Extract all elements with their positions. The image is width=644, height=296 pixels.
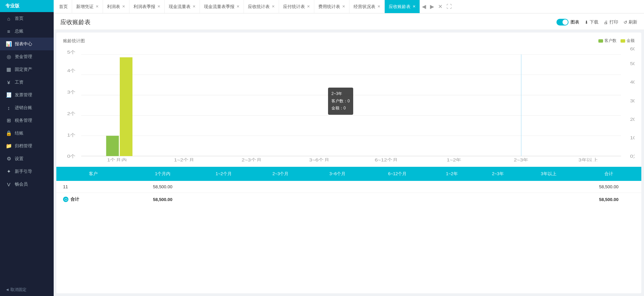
sidebar-label-archive: 归档管理 <box>15 143 32 149</box>
sidebar-pin-toggle[interactable]: ◄ 取消固定 <box>0 284 54 296</box>
tab-cashflow[interactable]: 现金流量表 ✕ <box>165 0 200 13</box>
tab-payable-stat[interactable]: 应付统计表 ✕ <box>279 0 314 13</box>
sidebar-item-guide[interactable]: ✦ 新手引导 <box>0 165 54 178</box>
col-m2: 1~2个月 <box>195 167 252 181</box>
row-y3 <box>475 181 521 193</box>
row-m2 <box>195 181 252 193</box>
svg-text:1个月内: 1个月内 <box>107 158 127 161</box>
svg-text:5个: 5个 <box>67 50 76 55</box>
sidebar-item-archive[interactable]: 📁 归档管理 <box>0 140 54 152</box>
tab-profit-quarterly-close[interactable]: ✕ <box>157 4 160 9</box>
footer-m12 <box>366 193 429 206</box>
sidebar-label-invoice: 发票管理 <box>15 92 32 98</box>
tab-voucher-label: 新增凭证 <box>76 4 94 10</box>
tab-home[interactable]: 首页 <box>55 0 72 13</box>
tab-business-stat-label: 经营状况表 <box>354 4 375 10</box>
tab-business-stat-close[interactable]: ✕ <box>377 4 380 9</box>
tab-close-all-button[interactable]: ✕ <box>436 0 444 13</box>
download-button[interactable]: ⬇ 下载 <box>585 19 598 25</box>
tab-expense-stat-close[interactable]: ✕ <box>342 4 345 9</box>
sidebar-item-member[interactable]: V 畅会员 <box>0 178 54 191</box>
header-actions: 图表 ⬇ 下载 🖨 打印 ↺ 刷新 <box>556 19 637 26</box>
tab-receivable-stat[interactable]: 应收统计表 ✕ <box>244 0 279 13</box>
svg-text:1~2个月: 1~2个月 <box>174 158 195 161</box>
bar-amount-0 <box>120 57 132 156</box>
sidebar-item-invoice[interactable]: 🧾 发票管理 <box>0 89 54 101</box>
sidebar-item-report[interactable]: 📊 报表中心 <box>0 38 54 50</box>
sidebar-item-close[interactable]: 🔒 结账 <box>0 127 54 140</box>
tab-expense-stat[interactable]: 费用统计表 ✕ <box>314 0 350 13</box>
sidebar-item-settings[interactable]: ⚙ 设置 <box>0 152 54 165</box>
tab-cashflow-label: 现金流量表 <box>169 4 191 10</box>
sidebar-item-home[interactable]: ⌂ 首页 <box>0 12 54 25</box>
data-table: 客户 1个月内 1~2个月 2~3个月 3~6个月 6~12个月 1~2年 2~… <box>56 167 641 206</box>
tab-expand-button[interactable]: ⛶ <box>444 0 454 13</box>
sidebar-label-guide: 新手引导 <box>15 168 32 175</box>
tab-bar: 首页 新增凭证 ✕ 利润表 ✕ 利润表季报 ✕ 现金流量表 ✕ 现金流量表季报 … <box>54 0 644 13</box>
tab-cashflow-close[interactable]: ✕ <box>193 4 196 9</box>
svg-text:6~12个月: 6~12个月 <box>375 158 398 161</box>
row-y2 <box>429 181 475 193</box>
sidebar-logo: 专业版 <box>0 0 54 12</box>
tab-cashflow-quarterly[interactable]: 现金流量表季报 ✕ <box>200 0 244 13</box>
legend-amount-dot <box>621 39 625 43</box>
footer-label-text: 合计 <box>70 196 79 202</box>
row-m3 <box>252 181 309 193</box>
tab-receivable-stat-close[interactable]: ✕ <box>272 4 275 9</box>
footer-total: 58,500.00 <box>576 193 641 206</box>
tab-profit-close[interactable]: ✕ <box>122 4 125 9</box>
invoice-icon: 🧾 <box>5 92 12 98</box>
ledger-icon: ≡ <box>5 29 12 34</box>
tab-profit[interactable]: 利润表 ✕ <box>103 0 129 13</box>
tab-cashflow-quarterly-close[interactable]: ✕ <box>236 4 239 9</box>
tab-payable-stat-close[interactable]: ✕ <box>307 4 310 9</box>
table-header-row: 客户 1个月内 1~2个月 2~3个月 3~6个月 6~12个月 1~2年 2~… <box>56 167 641 181</box>
tab-prev-button[interactable]: ◀ <box>420 0 428 13</box>
toggle-track[interactable] <box>556 19 569 26</box>
sidebar-item-ledger[interactable]: ≡ 总账 <box>0 25 54 38</box>
sidebar-item-fund[interactable]: ◎ 资金管理 <box>0 50 54 63</box>
col-total: 合计 <box>576 167 641 181</box>
tab-profit-quarterly-label: 利润表季报 <box>133 4 155 10</box>
tab-voucher[interactable]: 新增凭证 ✕ <box>72 0 103 13</box>
sidebar-item-asset[interactable]: ▦ 固定资产 <box>0 63 54 76</box>
sidebar-item-inventory[interactable]: ↕ 进销台账 <box>0 101 54 114</box>
refresh-label: 刷新 <box>629 19 637 25</box>
refresh-button[interactable]: ↺ 刷新 <box>624 19 637 25</box>
svg-text:2~3年: 2~3年 <box>514 158 529 161</box>
print-button[interactable]: 🖨 打印 <box>604 19 618 25</box>
svg-text:30,000.00元: 30,000.00元 <box>630 98 635 103</box>
svg-text:0个: 0个 <box>67 154 76 159</box>
sidebar-item-tax[interactable]: ⊞ 税务管理 <box>0 114 54 127</box>
tab-next-button[interactable]: ▶ <box>428 0 436 13</box>
close-account-icon: 🔒 <box>5 130 12 136</box>
chart-toggle[interactable]: 图表 <box>556 19 579 26</box>
tab-voucher-close[interactable]: ✕ <box>96 4 99 9</box>
tab-aging-label: 应收账龄表 <box>389 4 411 10</box>
footer-m2 <box>195 193 252 206</box>
footer-y2 <box>429 193 475 206</box>
chart-title: 账龄统计图 <box>63 38 635 44</box>
sidebar-label-ledger: 总账 <box>15 28 23 34</box>
toggle-thumb <box>562 19 568 25</box>
svg-text:3个: 3个 <box>67 90 76 95</box>
chart-legend: 客户数 金额 <box>598 38 635 44</box>
tab-profit-quarterly[interactable]: 利润表季报 ✕ <box>129 0 165 13</box>
footer-m1: 58,500.00 <box>130 193 195 206</box>
download-label: 下载 <box>590 19 598 25</box>
chart-section: 账龄统计图 客户数 金额 0个 1个 2个 3个 4个 <box>56 33 641 167</box>
col-m6: 3~6个月 <box>309 167 366 181</box>
footer-label: ⬡ 合计 <box>56 193 130 206</box>
tab-aging[interactable]: 应收账龄表 ✕ <box>385 0 420 13</box>
sidebar-item-salary[interactable]: ¥ 工资 <box>0 76 54 89</box>
legend-customers-dot <box>598 39 603 43</box>
tab-business-stat[interactable]: 经营状况表 ✕ <box>350 0 385 13</box>
svg-text:4个: 4个 <box>67 68 76 73</box>
tab-receivable-stat-label: 应收统计表 <box>248 4 270 10</box>
tab-aging-close[interactable]: ✕ <box>413 4 416 9</box>
row-m1: 58,500.00 <box>130 181 195 193</box>
member-icon: V <box>5 182 12 187</box>
legend-customers-label: 客户数 <box>604 38 616 44</box>
svg-text:20,000.00元: 20,000.00元 <box>630 117 635 122</box>
total-icon: ⬡ <box>63 197 68 202</box>
